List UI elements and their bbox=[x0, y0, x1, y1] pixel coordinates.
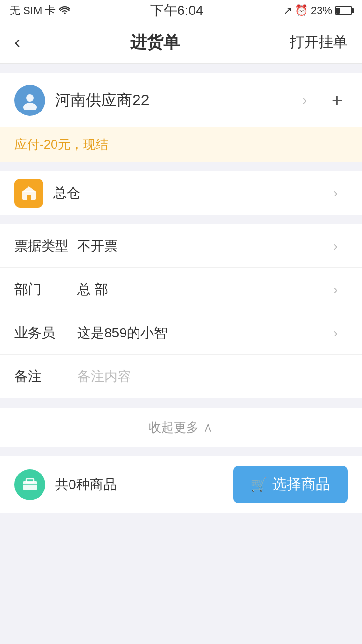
department-label: 部门 bbox=[14, 280, 77, 299]
collapse-row[interactable]: 收起更多 ∧ bbox=[0, 408, 362, 447]
alarm-icon: ⏰ bbox=[295, 4, 308, 17]
remark-row[interactable]: 备注 备注内容 bbox=[0, 355, 362, 398]
salesperson-value: 这是859的小智 bbox=[77, 324, 334, 342]
warehouse-section: 总仓 › bbox=[0, 171, 362, 215]
department-chevron-icon: › bbox=[334, 282, 338, 297]
warehouse-row[interactable]: 总仓 › bbox=[0, 171, 362, 215]
open-pending-button[interactable]: 打开挂单 bbox=[290, 32, 348, 52]
supplier-row[interactable]: 河南供应商22 › + bbox=[0, 73, 362, 127]
status-bar: 无 SIM 卡 下午6:04 ↗ ⏰ 23% bbox=[0, 0, 362, 21]
remark-label: 备注 bbox=[14, 367, 77, 386]
remark-input[interactable]: 备注内容 bbox=[77, 367, 348, 386]
sim-label: 无 SIM 卡 bbox=[10, 3, 56, 18]
status-time: 下午6:04 bbox=[150, 1, 204, 20]
product-bar: 共0种商品 🛒 选择商品 bbox=[0, 456, 362, 513]
warehouse-chevron-icon: › bbox=[334, 185, 338, 201]
salesperson-chevron-icon: › bbox=[334, 325, 338, 341]
svg-rect-4 bbox=[27, 195, 31, 200]
supplier-chevron-icon: › bbox=[302, 93, 306, 108]
supplier-name: 河南供应商22 bbox=[55, 90, 302, 111]
page-title: 进货单 bbox=[130, 31, 180, 54]
product-count: 共0种商品 bbox=[55, 476, 233, 494]
supplier-divider bbox=[317, 88, 317, 112]
status-left: 无 SIM 卡 bbox=[10, 3, 70, 18]
add-button[interactable]: + bbox=[327, 90, 348, 112]
supplier-avatar bbox=[14, 85, 45, 116]
salesperson-row[interactable]: 业务员 这是859的小智 › bbox=[0, 311, 362, 355]
section-divider-1 bbox=[0, 64, 362, 73]
alert-text: 应付-20元，现结 bbox=[14, 137, 108, 152]
page-background bbox=[0, 513, 362, 644]
svg-marker-3 bbox=[21, 186, 37, 192]
battery-percent: 23% bbox=[311, 4, 332, 17]
info-section: 票据类型 不开票 › 部门 总 部 › 业务员 这是859的小智 › 备注 备注… bbox=[0, 224, 362, 398]
select-product-label: 选择商品 bbox=[272, 475, 330, 494]
location-icon: ↗ bbox=[283, 4, 292, 17]
department-value: 总 部 bbox=[77, 280, 334, 299]
ticket-type-label: 票据类型 bbox=[14, 237, 77, 255]
ticket-type-value: 不开票 bbox=[77, 237, 334, 255]
product-icon bbox=[14, 469, 45, 500]
warehouse-name: 总仓 bbox=[53, 184, 334, 202]
back-button[interactable]: ‹ bbox=[14, 32, 20, 53]
collapse-label: 收起更多 ∧ bbox=[149, 419, 213, 436]
alert-banner: 应付-20元，现结 bbox=[0, 127, 362, 162]
warehouse-icon bbox=[14, 179, 43, 208]
status-right: ↗ ⏰ 23% bbox=[283, 4, 352, 17]
department-row[interactable]: 部门 总 部 › bbox=[0, 268, 362, 311]
ticket-type-row[interactable]: 票据类型 不开票 › bbox=[0, 224, 362, 268]
battery-bar bbox=[335, 6, 352, 15]
svg-point-1 bbox=[23, 103, 37, 110]
select-product-icon: 🛒 bbox=[251, 476, 267, 492]
select-product-button[interactable]: 🛒 选择商品 bbox=[233, 466, 348, 503]
salesperson-label: 业务员 bbox=[14, 324, 77, 342]
nav-bar: ‹ 进货单 打开挂单 bbox=[0, 21, 362, 64]
svg-point-0 bbox=[26, 94, 34, 102]
wifi-icon bbox=[59, 4, 70, 17]
ticket-type-chevron-icon: › bbox=[334, 238, 338, 254]
